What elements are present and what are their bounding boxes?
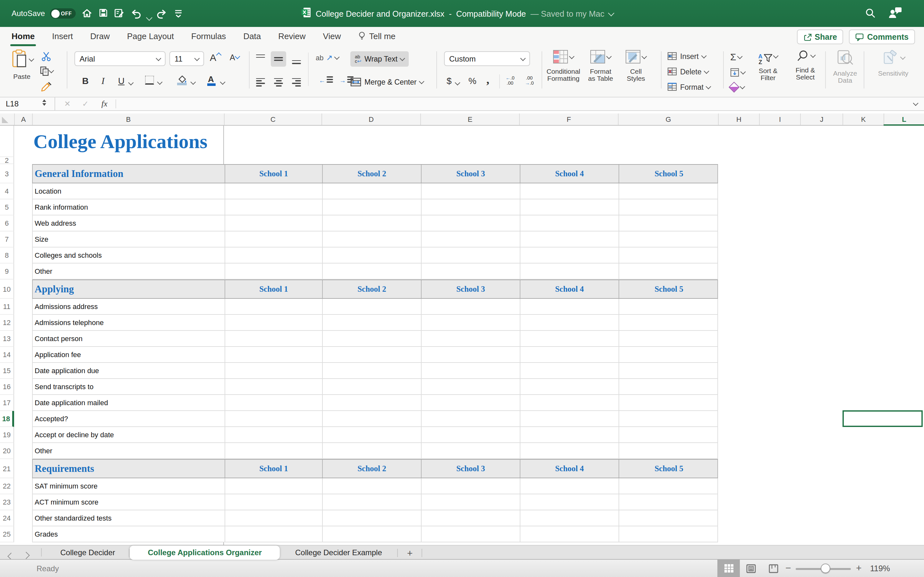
row-header-4[interactable]: 4: [0, 183, 14, 199]
row-label-cell[interactable]: Admissions address: [33, 299, 225, 314]
empty-cell[interactable]: [520, 247, 619, 263]
row-header-12[interactable]: 12: [0, 315, 14, 331]
empty-cell[interactable]: [421, 363, 520, 378]
empty-cell[interactable]: [520, 231, 619, 247]
insert-function-icon[interactable]: fx: [102, 99, 107, 109]
empty-cell[interactable]: [421, 395, 520, 410]
font-color-icon[interactable]: A: [208, 74, 214, 84]
school-header-cell[interactable]: School 3: [421, 460, 520, 478]
column-header-K[interactable]: K: [843, 113, 884, 125]
school-header-cell[interactable]: School 5: [619, 280, 718, 298]
empty-cell[interactable]: [619, 315, 718, 330]
column-header-F[interactable]: F: [519, 113, 618, 125]
empty-cell[interactable]: [421, 427, 520, 442]
row-header-23[interactable]: 23: [0, 494, 14, 510]
column-header-C[interactable]: C: [224, 113, 321, 125]
borders-dropdown-icon[interactable]: [157, 79, 163, 85]
empty-cell[interactable]: [520, 315, 619, 330]
empty-cell[interactable]: [520, 510, 619, 526]
save-icon[interactable]: [98, 8, 108, 21]
font-size-select[interactable]: 11: [170, 51, 204, 66]
column-header-E[interactable]: E: [420, 113, 519, 125]
tab-formulas[interactable]: Formulas: [191, 27, 226, 46]
row-header-11[interactable]: 11: [0, 299, 14, 315]
undo-icon[interactable]: [130, 8, 142, 21]
column-header-G[interactable]: G: [618, 113, 718, 125]
row-label-cell[interactable]: Location: [33, 183, 225, 199]
school-header-cell[interactable]: School 1: [225, 280, 322, 298]
empty-cell[interactable]: [322, 411, 421, 426]
empty-cell[interactable]: [520, 199, 619, 215]
empty-cell[interactable]: [225, 183, 322, 199]
empty-cell[interactable]: [421, 183, 520, 199]
empty-cell[interactable]: [619, 411, 718, 426]
empty-cell[interactable]: [619, 510, 718, 526]
empty-cell[interactable]: [619, 231, 718, 247]
empty-cell[interactable]: [225, 347, 322, 362]
row-header-15[interactable]: 15: [0, 363, 14, 379]
empty-cell[interactable]: [225, 379, 322, 394]
paste-button[interactable]: Paste: [6, 49, 37, 80]
empty-cell[interactable]: [322, 315, 421, 330]
formula-bar-expand-icon[interactable]: [913, 101, 919, 106]
fill-button[interactable]: [730, 68, 745, 77]
empty-cell[interactable]: [619, 526, 718, 542]
row-label-cell[interactable]: Other: [33, 263, 225, 279]
empty-cell[interactable]: [225, 247, 322, 263]
shrink-font-button[interactable]: A: [230, 53, 239, 62]
row-header-21[interactable]: 21: [0, 459, 14, 478]
row-header-13[interactable]: 13: [0, 331, 14, 347]
orientation-button[interactable]: ab ↗: [316, 53, 339, 62]
home-icon[interactable]: [81, 8, 92, 21]
school-header-cell[interactable]: School 4: [520, 280, 619, 298]
row-header-3[interactable]: 3: [0, 164, 14, 183]
redo-icon[interactable]: [156, 8, 168, 21]
row-header-10[interactable]: 10: [0, 279, 14, 299]
empty-cell[interactable]: [322, 526, 421, 542]
enter-icon[interactable]: ✓: [82, 99, 89, 108]
row-header-7[interactable]: 7: [0, 231, 14, 247]
page-layout-view-button[interactable]: [740, 560, 762, 577]
row-label-cell[interactable]: Other standardized tests: [33, 510, 225, 526]
section-label-cell[interactable]: General Information: [33, 165, 225, 183]
empty-cell[interactable]: [520, 526, 619, 542]
empty-cell[interactable]: [225, 443, 322, 458]
empty-cell[interactable]: [619, 494, 718, 510]
conditional-formatting-button[interactable]: ConditionalFormatting: [545, 50, 582, 82]
empty-cell[interactable]: [619, 299, 718, 314]
empty-cell[interactable]: [619, 478, 718, 494]
empty-cell[interactable]: [619, 215, 718, 231]
row-label-cell[interactable]: SAT minimum score: [33, 478, 225, 494]
school-header-cell[interactable]: School 1: [225, 165, 322, 183]
empty-cell[interactable]: [322, 331, 421, 346]
empty-cell[interactable]: [520, 299, 619, 314]
tab-draw[interactable]: Draw: [90, 27, 110, 46]
find-select-button[interactable]: Find &Select: [788, 49, 822, 81]
school-header-cell[interactable]: School 5: [619, 165, 718, 183]
tab-data[interactable]: Data: [243, 27, 261, 46]
empty-cell[interactable]: [421, 199, 520, 215]
empty-cell[interactable]: [520, 263, 619, 279]
empty-cell[interactable]: [520, 395, 619, 410]
increase-decimal-button[interactable]: .00→.0: [525, 76, 534, 86]
format-cells-button[interactable]: Format: [667, 83, 711, 91]
empty-cell[interactable]: [322, 494, 421, 510]
empty-cell[interactable]: [322, 379, 421, 394]
decrease-decimal-button[interactable]: ←.0.00: [506, 76, 515, 86]
column-header-B[interactable]: B: [32, 113, 224, 125]
empty-cell[interactable]: [520, 347, 619, 362]
column-header-I[interactable]: I: [759, 113, 800, 125]
row-label-cell[interactable]: Date application due: [33, 363, 225, 378]
row-label-cell[interactable]: Rank information: [33, 199, 225, 215]
edit-form-icon[interactable]: [113, 8, 124, 21]
currency-dropdown-icon[interactable]: [455, 80, 460, 85]
tab-review[interactable]: Review: [278, 27, 305, 46]
row-label-cell[interactable]: Size: [33, 231, 225, 247]
row-label-cell[interactable]: Accept or decline by date: [33, 427, 225, 442]
school-header-cell[interactable]: School 1: [225, 460, 322, 478]
empty-cell[interactable]: [421, 510, 520, 526]
cancel-icon[interactable]: ✕: [64, 99, 71, 108]
wrap-text-button[interactable]: ab c↩ Wrap Text: [351, 51, 409, 67]
empty-cell[interactable]: [225, 263, 322, 279]
empty-cell[interactable]: [619, 331, 718, 346]
